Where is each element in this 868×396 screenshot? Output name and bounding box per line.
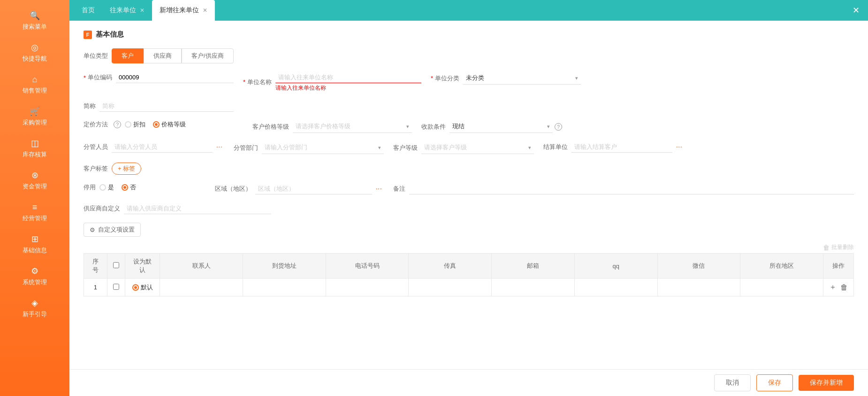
code-input[interactable]	[116, 72, 234, 83]
col-checkbox	[107, 254, 125, 279]
payment-terms-arrow: ▾	[547, 124, 550, 130]
supplier-custom-input[interactable]	[124, 203, 271, 214]
tab-partner[interactable]: 往来单位 ✕	[102, 0, 152, 21]
region-label: 区域（地区）	[215, 185, 251, 193]
customer-level-select[interactable]: 请选择客户等级 ▾	[421, 141, 534, 154]
supplier-custom-row: 供应商自定义	[84, 203, 854, 214]
sidebar-item-inventory[interactable]: ◫ 库存核算	[0, 132, 69, 164]
form-content: F 基本信息 单位类型 客户 供应商 客户/供应商 * 单位编码	[69, 21, 868, 369]
sidebar-item-system[interactable]: ⚙ 系统管理	[0, 260, 69, 292]
email-input[interactable]	[497, 284, 569, 291]
save-new-button[interactable]: 保存并新增	[799, 375, 854, 391]
pricing-help-icon[interactable]: ?	[114, 121, 121, 128]
default-radio	[132, 284, 139, 291]
batch-delete-label[interactable]: 批量删除	[831, 243, 854, 251]
tab-new-partner[interactable]: 新增往来单位 ✕	[152, 0, 215, 21]
select-all-checkbox[interactable]	[113, 262, 119, 268]
manager-input[interactable]	[112, 141, 213, 153]
sidebar-item-basic[interactable]: ⊞ 基础信息	[0, 228, 69, 260]
search-icon: 🔍	[30, 10, 40, 21]
settlement-unit-more[interactable]: ···	[674, 143, 684, 151]
disabled-yes-radio	[99, 184, 106, 191]
sidebar-item-sales[interactable]: ⌂ 销售管理	[0, 69, 69, 101]
fax-input[interactable]	[414, 284, 486, 291]
unit-btn-both[interactable]: 客户/供应商	[182, 48, 234, 63]
tab-new-partner-close[interactable]: ✕	[203, 7, 207, 14]
pricing-radio-group: 折扣 价格等级	[125, 120, 186, 129]
row-qq[interactable]	[574, 279, 657, 296]
supplier-custom-field: 供应商自定义	[84, 203, 271, 214]
category-arrow: ▾	[575, 75, 578, 81]
disabled-yes-option[interactable]: 是	[99, 183, 114, 192]
manager-more[interactable]: ···	[214, 143, 224, 151]
custom-settings-button[interactable]: ⚙ 自定义项设置	[84, 223, 141, 237]
unit-btn-supplier[interactable]: 供应商	[144, 48, 182, 63]
payment-terms-value: 现结	[452, 122, 545, 131]
table-header: 序号 设为默认 联系人 到货地址 电话号码 传真 邮箱 qq 微信 所在地区 操…	[84, 254, 854, 279]
remark-input[interactable]	[409, 183, 854, 194]
unit-btn-customer[interactable]: 客户	[112, 48, 144, 63]
pricing-level-label: 价格等级	[161, 120, 186, 129]
region-field: 区域（地区） ···	[215, 183, 384, 194]
manager-label: 分管人员	[84, 143, 108, 151]
region-row-input[interactable]	[746, 284, 817, 291]
col-action: 操作	[823, 254, 853, 279]
tag-row: 客户标签 + 标签	[84, 163, 854, 175]
qq-input[interactable]	[580, 284, 652, 291]
category-select[interactable]: 未分类 ▾	[463, 72, 581, 85]
sidebar-item-quicknav[interactable]: ◎ 快捷导航	[0, 37, 69, 69]
tab-home[interactable]: 首页	[74, 0, 102, 21]
row-select-checkbox[interactable]	[113, 284, 119, 290]
sidebar-item-operation[interactable]: ≡ 经营管理	[0, 196, 69, 228]
table-row: 1 默认	[84, 279, 854, 296]
row-address[interactable]	[243, 279, 326, 296]
contacts-table: 序号 设为默认 联系人 到货地址 电话号码 传真 邮箱 qq 微信 所在地区 操…	[84, 253, 854, 296]
price-level-label: 客户价格等级	[252, 123, 289, 131]
sidebar-item-newbie[interactable]: ◈ 新手引导	[0, 292, 69, 324]
settlement-unit-input[interactable]	[571, 141, 672, 153]
contact-input[interactable]	[166, 284, 237, 291]
tab-partner-close[interactable]: ✕	[140, 7, 145, 14]
phone-input[interactable]	[332, 284, 403, 291]
add-tag-button[interactable]: + 标签	[112, 163, 141, 175]
close-all-tabs[interactable]: ✕	[849, 3, 863, 17]
default-label: 默认	[141, 283, 153, 292]
row-phone[interactable]	[326, 279, 409, 296]
sidebar-item-search[interactable]: 🔍 搜索菜单	[0, 5, 69, 37]
department-select[interactable]: 请输入分管部门 ▾	[262, 141, 384, 154]
payment-help-icon[interactable]: ?	[555, 123, 562, 131]
supplier-custom-label: 供应商自定义	[84, 204, 120, 213]
disabled-region-row: 停用 是 否 区域（地区） ··· 备注	[84, 183, 854, 194]
row-wechat[interactable]	[657, 279, 740, 296]
row-contact[interactable]	[160, 279, 243, 296]
payment-terms-select[interactable]: 现结 ▾	[449, 120, 553, 133]
sidebar-item-purchase[interactable]: 🛒 采购管理	[0, 101, 69, 132]
pricing-discount-label: 折扣	[133, 120, 145, 129]
row-fax[interactable]	[409, 279, 492, 296]
wechat-input[interactable]	[663, 284, 735, 291]
col-email: 邮箱	[492, 254, 575, 279]
row-default: 默认	[125, 279, 160, 296]
name-input[interactable]	[275, 72, 421, 83]
default-radio-option[interactable]: 默认	[131, 283, 154, 292]
disabled-no-option[interactable]: 否	[122, 183, 136, 192]
cancel-button[interactable]: 取消	[714, 374, 751, 391]
region-more[interactable]: ···	[374, 185, 384, 193]
row-delete-button[interactable]: 🗑	[840, 283, 848, 292]
tabs-bar: 首页 往来单位 ✕ 新增往来单位 ✕ ✕	[69, 0, 868, 21]
inventory-icon: ◫	[30, 138, 40, 148]
payment-terms-field: 收款条件 现结 ▾ ?	[421, 120, 562, 133]
batch-delete-area: 🗑 批量删除	[84, 243, 854, 251]
address-input[interactable]	[249, 284, 320, 291]
row-add-button[interactable]: ＋	[829, 282, 837, 292]
operation-icon: ≡	[30, 202, 40, 212]
save-button[interactable]: 保存	[756, 374, 793, 391]
price-level-select[interactable]: 请选择客户价格等级 ▾	[293, 120, 412, 133]
sidebar-item-finance[interactable]: ⊛ 资金管理	[0, 164, 69, 196]
region-input[interactable]	[255, 183, 372, 194]
pricing-level-option[interactable]: 价格等级	[153, 120, 186, 129]
pricing-discount-option[interactable]: 折扣	[125, 120, 145, 129]
row-email[interactable]	[492, 279, 575, 296]
short-name-input[interactable]	[99, 101, 234, 112]
row-region[interactable]	[740, 279, 823, 296]
